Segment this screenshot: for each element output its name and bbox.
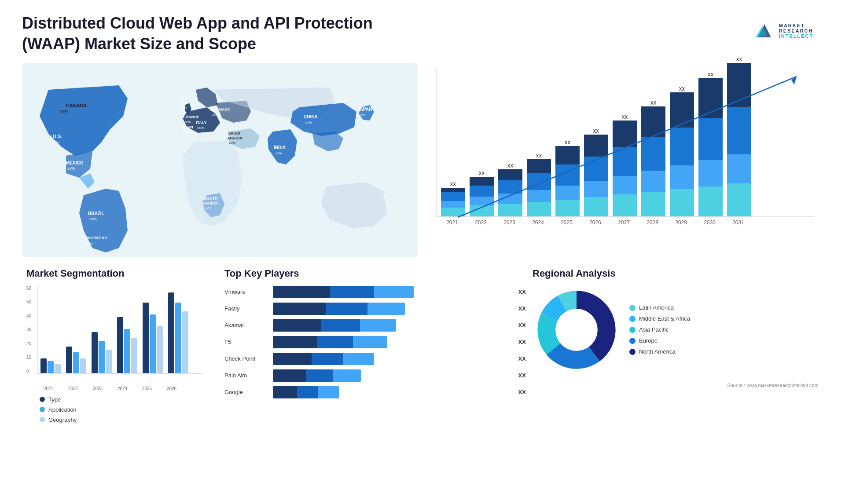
svg-text:xx%: xx% [67,166,75,171]
logo-icon [753,20,775,42]
legend-application-dot [40,407,45,412]
player-xx-vmware: XX [518,289,526,295]
regional-title: Regional Analysis [533,268,819,279]
svg-text:xx%: xx% [197,126,204,130]
legend-application: Application [40,406,202,413]
year-label-2025: 2025 [555,219,579,226]
player-name-f5: F5 [224,339,268,345]
label-latin-america: Latin America [639,304,674,311]
regional-section: Regional Analysis [528,263,823,427]
svg-text:xx%: xx% [229,141,235,145]
legend-geography-dot [40,417,45,422]
bottom-section: Market Segmentation 0 10 20 30 40 50 60 [22,263,823,427]
y-axis: 0 10 20 30 40 50 60 [26,286,31,374]
label-north-america: North America [639,348,675,355]
header: Distributed Cloud Web App and API Protec… [22,13,823,55]
seg-group-2026 [168,292,188,373]
svg-text:BRAZIL: BRAZIL [88,211,104,216]
svg-text:xx%: xx% [86,241,93,245]
player-xx-fastly: XX [518,305,526,312]
bar-2028: XX [641,101,665,216]
year-label-2029: 2029 [669,219,693,226]
legend-latin-america: Latin America [629,304,690,311]
legend-asia-pacific: Asia Pacific [629,326,690,333]
seg-year-2024: 2024 [113,386,132,391]
year-label-2022: 2022 [469,219,493,226]
label-asia-pacific: Asia Pacific [639,326,669,333]
svg-text:xx%: xx% [184,120,191,124]
svg-point-42 [556,309,598,351]
year-label-2030: 2030 [698,219,722,226]
seg-year-2026: 2026 [162,386,181,391]
key-players-title: Top Key Players [224,268,511,279]
regional-legend: Latin America Middle East & Africa Asia … [629,304,690,355]
bar-2027: XX [613,115,637,216]
bar-2025: XX [555,140,580,216]
bar-2030: XX [698,73,723,216]
seg-year-2025: 2025 [137,386,157,391]
world-map: CANADA xx% U.S. xx% MEXICO xx% BRAZIL xx… [22,63,418,257]
player-vmware: Vmware XX [224,286,511,298]
legend-application-label: Application [48,406,77,413]
player-f5: F5 XX [224,336,511,348]
dot-latin-america [629,305,636,311]
legend-geography-label: Geography [48,416,77,423]
player-xx-google: XX [518,389,526,395]
year-label-2028: 2028 [640,219,665,226]
logo-line2: RESEARCH [779,28,814,33]
player-paloalto: Palo Alto XX [224,369,511,382]
player-xx-paloalto: XX [518,372,526,379]
player-name-google: Google [224,389,268,395]
player-google: Google XX [224,386,511,398]
donut-container: Latin America Middle East & Africa Asia … [533,286,819,374]
dot-europe [629,338,636,344]
svg-text:SAUDI: SAUDI [228,131,240,135]
svg-text:ARABIA: ARABIA [227,136,242,140]
svg-text:INDIA: INDIA [274,145,286,150]
seg-year-2022: 2022 [63,386,83,391]
key-players-section: Top Key Players Vmware XX [220,263,515,427]
svg-text:JAPAN: JAPAN [357,107,372,112]
logo: MARKET RESEARCH INTELLECT [744,13,823,48]
svg-text:U.K.: U.K. [180,100,188,105]
svg-text:ITALY: ITALY [196,121,207,125]
segmentation-section: Market Segmentation 0 10 20 30 40 50 60 [22,263,207,427]
year-label-2023: 2023 [497,219,522,226]
svg-text:U.S.: U.S. [53,134,62,139]
svg-text:FRANCE: FRANCE [183,115,200,119]
player-name-vmware: Vmware [224,289,268,295]
svg-text:xx%: xx% [359,113,365,117]
year-label-2027: 2027 [612,219,636,226]
seg-group-2025 [143,303,163,373]
player-xx-f5: XX [518,339,526,345]
bar-2022: XX [470,171,494,216]
dot-north-america [629,349,636,355]
svg-text:xx%: xx% [180,106,187,110]
svg-text:xx%: xx% [305,121,312,124]
legend-type-dot [40,397,45,402]
player-name-fastly: Fastly [224,305,268,312]
bar-2024: XX [527,153,551,216]
bar-2021: XX [441,182,465,216]
dot-middle-east-africa [629,316,636,322]
year-label-2024: 2024 [526,219,550,226]
seg-group-2024 [117,317,137,373]
player-xx-checkpoint: XX [518,355,526,362]
svg-text:xx%: xx% [275,151,282,155]
svg-text:CHINA: CHINA [304,114,318,119]
page-title: Distributed Cloud Web App and API Protec… [22,13,374,55]
segmentation-legend: Type Application Geography [40,396,202,423]
bar-2026: XX [584,129,608,216]
bar-2031: XX [727,57,751,216]
player-name-paloalto: Palo Alto [224,372,268,379]
svg-text:MEXICO: MEXICO [66,161,84,165]
source-text: Source : www.marketresearchintellect.com [533,383,819,388]
svg-text:AFRICA: AFRICA [203,201,218,205]
player-xx-akamai: XX [518,322,526,329]
svg-text:xx%: xx% [53,140,60,144]
seg-group-2022 [66,347,86,373]
player-name-akamai: Akamai [224,322,268,329]
player-name-checkpoint: Check Point [224,355,268,362]
svg-text:xx%: xx% [89,217,97,221]
seg-group-2023 [92,332,112,373]
